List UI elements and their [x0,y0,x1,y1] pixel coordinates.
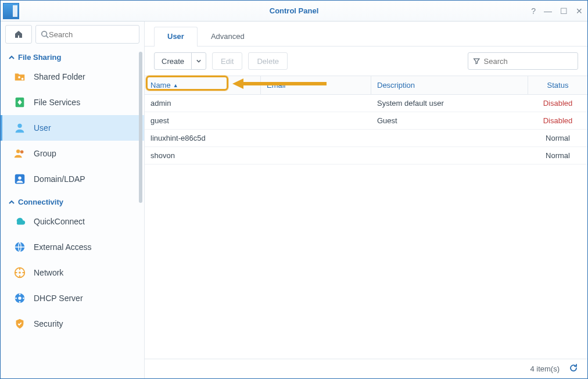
table-row[interactable]: adminSystem default userDisabled [145,95,587,112]
table-row[interactable]: shovonNormal [145,147,587,165]
chevron-up-icon [9,199,15,205]
col-status[interactable]: Status [528,76,587,94]
edit-button[interactable]: Edit [212,52,242,70]
create-button[interactable]: Create [154,52,206,70]
sidebar-scrollbar[interactable] [139,52,142,203]
delete-label: Delete [257,57,279,66]
col-name[interactable]: Name▲ [145,76,261,94]
cell-status: Disabled [528,116,587,125]
sidebar-item-dhcp-server[interactable]: DHCP Server [1,285,144,311]
external-access-icon [13,240,27,254]
section-label: Connectivity [18,198,63,206]
table-row[interactable]: linuxhint-e86c5dNormal [145,130,587,147]
svg-point-0 [42,31,47,37]
svg-point-12 [19,271,21,274]
cell-name: shovon [145,151,261,160]
item-count: 4 item(s) [530,364,560,373]
col-description[interactable]: Description [371,76,528,94]
table-search-input[interactable] [484,57,573,66]
table-footer: 4 item(s) [145,359,587,378]
maximize-icon[interactable]: ☐ [560,6,568,16]
sidebar-item-label: Domain/LDAP [34,174,85,184]
svg-point-16 [19,301,21,303]
sidebar-item-file-services[interactable]: File Services [1,90,144,115]
search-icon [41,30,49,38]
sidebar-item-security[interactable]: Security [1,311,144,337]
home-button[interactable] [5,25,32,44]
sidebar-item-label: User [34,123,51,133]
sidebar-item-label: Shared Folder [34,72,85,81]
svg-point-6 [16,149,20,153]
cell-name: admin [145,99,261,108]
sidebar-item-label: QuickConnect [34,217,85,226]
sidebar: File Sharing Shared FolderFile ServicesU… [1,22,145,378]
section-connectivity: Connectivity [1,192,144,209]
refresh-button[interactable] [569,363,578,374]
sidebar-item-user[interactable]: User [1,115,144,141]
domain-icon [13,172,27,186]
chevron-down-icon [196,59,201,63]
group-icon [13,146,27,160]
user-icon [13,121,27,135]
help-icon[interactable]: ? [531,6,536,16]
delete-button[interactable]: Delete [248,52,288,70]
sidebar-item-label: File Services [34,98,80,107]
svg-point-15 [19,294,21,295]
tabs: UserAdvanced [145,22,587,47]
section-header-file-sharing[interactable]: File Sharing [9,53,136,62]
home-icon [14,30,23,39]
svg-point-5 [17,124,21,128]
col-name-label: Name [150,81,171,90]
cell-status: Disabled [528,99,587,108]
cell-description: Guest [371,116,528,125]
close-icon[interactable]: ✕ [576,6,583,16]
sidebar-item-label: Network [34,268,63,277]
sidebar-search[interactable] [35,25,139,44]
window-controls: ? — ☐ ✕ [531,6,583,16]
sidebar-search-input[interactable] [49,30,134,39]
col-email[interactable]: Email [261,76,371,94]
tab-advanced[interactable]: Advanced [198,27,258,47]
control-panel-window: Control Panel ? — ☐ ✕ File Shari [0,0,588,379]
file-services-icon [13,95,27,109]
main-panel: UserAdvanced Create Edit Delete [145,22,587,378]
filter-icon [473,57,481,65]
section-header-connectivity[interactable]: Connectivity [9,198,136,206]
sidebar-item-shared-folder[interactable]: Shared Folder [1,64,144,90]
svg-point-3 [18,76,20,78]
sidebar-item-label: External Access [34,242,92,252]
refresh-icon [569,363,578,373]
quickconnect-icon [13,214,27,228]
sidebar-item-label: Security [34,319,63,328]
sidebar-item-label: DHCP Server [34,294,83,303]
sidebar-item-external-access[interactable]: External Access [1,234,144,260]
table-header: Name▲ Email Description Status [145,76,587,95]
svg-point-14 [18,296,21,300]
sidebar-item-quickconnect[interactable]: QuickConnect [1,209,144,234]
section-file-sharing: File Sharing [1,47,144,64]
svg-point-18 [23,298,24,299]
create-caret[interactable] [191,53,206,69]
col-email-label: Email [267,81,286,90]
cell-name: guest [145,116,261,125]
create-label: Create [155,57,191,66]
folder-share-icon [13,70,27,84]
sidebar-item-domain-ldap[interactable]: Domain/LDAP [1,166,144,192]
minimize-icon[interactable]: — [544,6,552,16]
window-title: Control Panel [270,6,319,15]
sidebar-item-network[interactable]: Network [1,260,144,285]
security-icon [13,317,27,331]
sidebar-item-group[interactable]: Group [1,141,144,166]
svg-point-9 [18,176,21,180]
cell-description: System default user [371,99,528,108]
col-description-label: Description [377,81,415,90]
cell-status: Normal [528,151,587,160]
sidebar-item-label: Group [34,149,56,158]
col-status-label: Status [547,81,569,90]
table-search[interactable] [468,52,578,70]
user-table: Name▲ Email Description Status adminSyst… [145,76,587,165]
tab-user[interactable]: User [154,27,198,47]
svg-point-2 [21,78,24,80]
table-row[interactable]: guestGuestDisabled [145,112,587,130]
svg-point-17 [15,298,17,299]
